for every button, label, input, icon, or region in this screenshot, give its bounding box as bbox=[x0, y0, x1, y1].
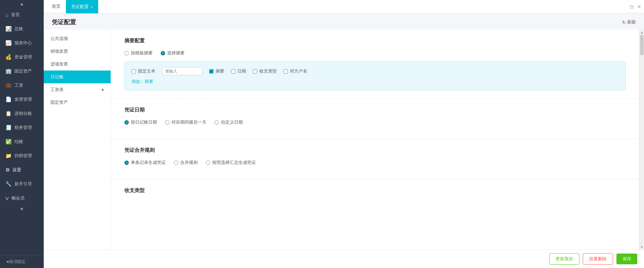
date-radio-group: 按日记账日期 对应期间最后一天 自定义日期 bbox=[124, 119, 626, 125]
radio-merge-rule[interactable]: 合并规则 bbox=[174, 160, 198, 166]
fixed-text-input[interactable] bbox=[162, 67, 202, 75]
left-nav-item-journal[interactable]: 日记账 bbox=[44, 71, 111, 83]
sidebar-item-purchase-sales[interactable]: 📋 进销台账 bbox=[0, 106, 44, 121]
funds-icon: 💰 bbox=[5, 54, 12, 60]
checkbox-date[interactable]: 日期 bbox=[231, 68, 246, 74]
checkbox-abstract[interactable]: 摘要 bbox=[209, 68, 224, 74]
radio-select[interactable]: 选择摘要 bbox=[161, 50, 185, 56]
sidebar-item-vip[interactable]: V 畅会员 bbox=[0, 191, 44, 205]
sidebar-item-archive[interactable]: 📁 归档管理 bbox=[0, 149, 44, 163]
sidebar-item-funds[interactable]: 💰 资金管理 bbox=[0, 50, 44, 64]
page-header: 凭证配置 ↻ 刷新 bbox=[44, 13, 644, 30]
example-text: 例如：摘要 bbox=[131, 79, 619, 85]
radio-single[interactable]: 单条记录生成凭证 bbox=[124, 160, 166, 166]
sidebar-item-home[interactable]: ⌂ 首页 bbox=[0, 8, 44, 22]
bottom-bar: 更新预览 批量删除 保存 bbox=[44, 250, 644, 268]
archive-icon: 📁 bbox=[5, 153, 12, 159]
radio-select-merge[interactable]: 按照选择汇总生成凭证 bbox=[206, 160, 256, 166]
checkbox-income-type[interactable]: 收支类型 bbox=[253, 68, 277, 74]
window-restore-icon[interactable]: ⊡ bbox=[630, 4, 634, 9]
content-layout: 公共选项 销项发票 进项发票 日记账 工资表 ▾ 固定资产 bbox=[44, 30, 644, 250]
abstract-checkbox-row: 固定文本 摘要 日期 bbox=[131, 67, 619, 75]
sidebar-item-invoice-mgmt[interactable]: 📄 发票管理 bbox=[0, 92, 44, 106]
guide-icon: 🔧 bbox=[5, 181, 12, 187]
sidebar-item-guide[interactable]: 🔧 新手引导 bbox=[0, 177, 44, 191]
left-nav-item-sales-invoice[interactable]: 销项发票 bbox=[44, 45, 111, 58]
radio-template[interactable]: 按模板摘要 bbox=[124, 50, 153, 56]
section-abstract: 摘要配置 按模板摘要 选择摘要 bbox=[111, 30, 639, 99]
tab-home[interactable]: 首页 bbox=[46, 0, 66, 13]
home-icon: ⌂ bbox=[5, 12, 8, 18]
scrollbar-down-arrow[interactable]: ▼ bbox=[640, 244, 644, 250]
left-nav-item-payroll-table[interactable]: 工资表 ▾ bbox=[44, 83, 111, 96]
sidebar-scroll-up[interactable]: ▲ bbox=[0, 0, 44, 8]
tab-bar-right: ⊡ ✕ bbox=[630, 4, 641, 9]
refresh-button[interactable]: ↻ 刷新 bbox=[622, 19, 636, 25]
salary-icon: 💼 bbox=[5, 82, 12, 88]
save-button[interactable]: 保存 bbox=[616, 254, 637, 264]
scrollbar-track bbox=[640, 35, 644, 244]
radio-journal-date[interactable]: 按日记账日期 bbox=[124, 119, 157, 125]
fixed-assets-icon: 🏢 bbox=[5, 68, 12, 74]
settlement-icon: ✅ bbox=[5, 139, 12, 145]
sidebar-item-reports[interactable]: 📈 报表中心 bbox=[0, 36, 44, 50]
radio-custom-date[interactable]: 自定义日期 bbox=[215, 119, 243, 125]
section-date: 凭证日期 按日记账日期 对应期间最后一天 bbox=[111, 99, 639, 139]
main-scrollbar: ▲ ▼ bbox=[639, 30, 644, 250]
vip-icon: V bbox=[5, 195, 9, 201]
section-merge: 凭证合并规则 单条记录生成凭证 合并规则 bbox=[111, 139, 639, 179]
section-merge-title: 凭证合并规则 bbox=[124, 147, 626, 153]
tab-close-icon[interactable]: × bbox=[91, 5, 93, 9]
checkbox-counterpart[interactable]: 对方户名 bbox=[283, 68, 307, 74]
sidebar-item-ledger[interactable]: 📊 总账 bbox=[0, 22, 44, 36]
scrollbar-thumb[interactable] bbox=[640, 35, 644, 55]
sidebar-unpin-button[interactable]: ◄取消固定 bbox=[0, 255, 44, 268]
sidebar-item-fixed-assets[interactable]: 🏢 固定资产 bbox=[0, 64, 44, 78]
ledger-icon: 📊 bbox=[5, 26, 12, 32]
sidebar-item-salary[interactable]: 💼 工资 bbox=[0, 78, 44, 92]
section-abstract-title: 摘要配置 bbox=[124, 38, 626, 44]
abstract-radio-group: 按模板摘要 选择摘要 bbox=[124, 50, 626, 56]
left-nav-item-fixed-assets[interactable]: 固定资产 bbox=[44, 96, 111, 109]
main-area: 首页 凭证配置 × ⊡ ✕ 凭证配置 ↻ 刷新 公共选项 bbox=[44, 0, 644, 268]
abstract-box: 固定文本 摘要 日期 bbox=[124, 61, 626, 90]
section-income-type: 收支类型 bbox=[111, 179, 639, 208]
radio-last-day[interactable]: 对应期间最后一天 bbox=[165, 119, 206, 125]
invoice-mgmt-icon: 📄 bbox=[5, 96, 12, 102]
left-nav-item-public[interactable]: 公共选项 bbox=[44, 32, 111, 45]
right-content: 摘要配置 按模板摘要 选择摘要 bbox=[111, 30, 639, 250]
chevron-down-icon: ▾ bbox=[102, 87, 104, 92]
refresh-icon: ↻ bbox=[622, 20, 626, 25]
sidebar-item-settlement[interactable]: ✅ 结账 bbox=[0, 135, 44, 149]
sidebar-item-settings[interactable]: ⚙ 设置 bbox=[0, 163, 44, 177]
left-nav: 公共选项 销项发票 进项发票 日记账 工资表 ▾ 固定资产 bbox=[44, 30, 111, 250]
batch-delete-button[interactable]: 批量删除 bbox=[583, 253, 613, 265]
scrollbar-up-arrow[interactable]: ▲ bbox=[640, 30, 644, 35]
reports-icon: 📈 bbox=[5, 40, 12, 46]
tab-config[interactable]: 凭证配置 × bbox=[66, 0, 98, 13]
sidebar: ▲ ⌂ 首页 📊 总账 📈 报表中心 💰 资金管理 🏢 固定资产 💼 工资 📄 … bbox=[0, 0, 44, 268]
tax-icon: 🧾 bbox=[5, 125, 12, 131]
settings-icon: ⚙ bbox=[5, 167, 10, 173]
merge-radio-group: 单条记录生成凭证 合并规则 按照选择汇总生成凭证 bbox=[124, 160, 626, 166]
update-preview-button[interactable]: 更新预览 bbox=[549, 253, 579, 265]
window-close-icon[interactable]: ✕ bbox=[637, 4, 641, 9]
left-nav-item-purchase-invoice[interactable]: 进项发票 bbox=[44, 58, 111, 71]
checkbox-fixed-text[interactable]: 固定文本 bbox=[131, 68, 155, 74]
page-title: 凭证配置 bbox=[52, 18, 76, 26]
sidebar-item-tax[interactable]: 🧾 税务管理 bbox=[0, 121, 44, 135]
section-income-type-title: 收支类型 bbox=[124, 187, 626, 194]
tab-bar: 首页 凭证配置 × ⊡ ✕ bbox=[44, 0, 644, 13]
page-content: 凭证配置 ↻ 刷新 公共选项 销项发票 进项发票 日记账 bbox=[44, 13, 644, 268]
sidebar-scroll-down[interactable]: ▼ bbox=[0, 205, 44, 213]
section-date-title: 凭证日期 bbox=[124, 107, 626, 113]
purchase-sales-icon: 📋 bbox=[5, 110, 12, 117]
